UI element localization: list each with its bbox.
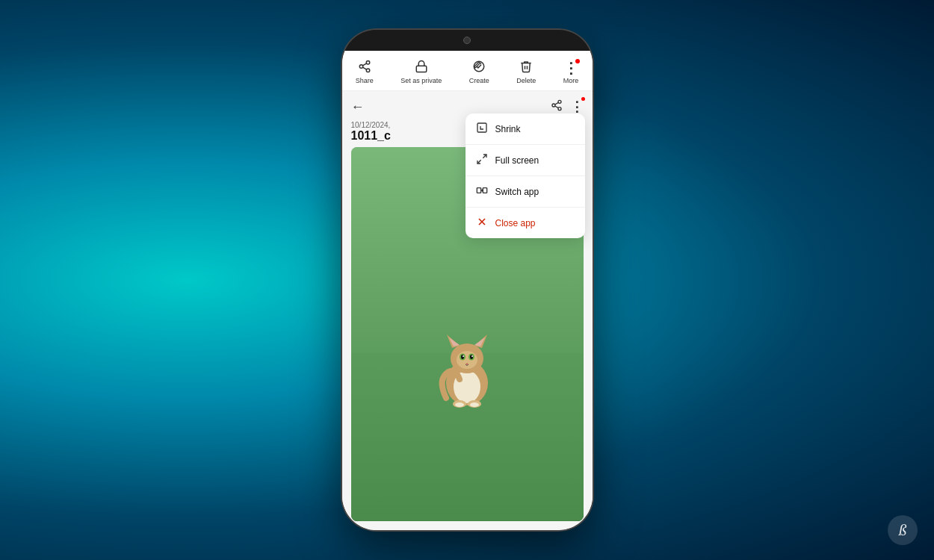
svg-text:ß: ß [898, 520, 907, 539]
svg-rect-5 [416, 66, 427, 72]
header-right-controls: ⋮ [551, 99, 584, 115]
toolbar-delete-label: Delete [516, 77, 536, 84]
dropdown-close-app[interactable]: Close app [466, 208, 585, 238]
dropdown-switch-app[interactable]: Switch app [466, 176, 585, 208]
toolbar-create-label: Create [469, 77, 489, 84]
svg-rect-31 [477, 123, 486, 132]
svg-line-10 [554, 106, 558, 108]
content-area: ← ⋮ 10/12/2024, 101 [342, 91, 593, 530]
more-badge [575, 59, 580, 63]
brand-watermark: ß [886, 514, 919, 547]
shrink-icon [476, 122, 488, 136]
svg-line-33 [477, 160, 481, 164]
svg-point-8 [552, 104, 555, 107]
header-share-icon[interactable] [551, 99, 563, 114]
toolbar-more[interactable]: ⋮ More [559, 57, 584, 87]
svg-point-19 [457, 351, 477, 369]
svg-point-9 [558, 108, 561, 111]
dropdown-full-screen[interactable]: Full screen [466, 145, 585, 176]
svg-line-3 [362, 67, 366, 69]
svg-line-11 [554, 102, 558, 105]
svg-point-24 [463, 355, 464, 357]
cat-image [433, 327, 501, 409]
svg-line-4 [362, 63, 366, 66]
camera-dot [463, 37, 471, 44]
toolbar-more-label: More [563, 77, 579, 84]
svg-rect-34 [477, 188, 480, 193]
toolbar-set-as-private[interactable]: Set as private [396, 57, 446, 87]
svg-point-25 [471, 355, 473, 357]
svg-line-32 [483, 155, 486, 158]
dropdown-shrink-label: Shrink [495, 124, 521, 134]
dropdown-menu: Shrink Full screen [466, 113, 585, 238]
close-icon [476, 216, 488, 230]
svg-point-0 [366, 61, 370, 65]
phone-screen: Share Set as private Cre [342, 51, 593, 530]
delete-icon [519, 60, 533, 75]
back-button[interactable]: ← [351, 99, 365, 115]
dropdown-close-app-label: Close app [495, 218, 536, 228]
lock-icon [415, 60, 428, 75]
switch-app-icon [476, 184, 488, 199]
share-icon [358, 60, 371, 75]
toolbar-delete[interactable]: Delete [512, 57, 540, 87]
dropdown-shrink[interactable]: Shrink [466, 113, 585, 145]
create-icon [472, 60, 486, 75]
phone-frame: Share Set as private Cre [342, 30, 593, 530]
toolbar-create[interactable]: Create [465, 57, 494, 87]
toolbar-share-label: Share [356, 77, 374, 84]
svg-point-23 [470, 355, 473, 359]
fullscreen-icon [476, 153, 488, 167]
dropdown-switch-app-label: Switch app [495, 187, 539, 197]
svg-point-30 [470, 402, 479, 407]
svg-point-7 [558, 100, 561, 103]
toolbar-share[interactable]: Share [351, 57, 378, 87]
toolbar: Share Set as private Cre [342, 51, 593, 91]
dropdown-fullscreen-label: Full screen [495, 155, 539, 166]
header-more-badge [581, 97, 585, 101]
svg-point-1 [359, 65, 363, 69]
svg-point-29 [455, 402, 464, 407]
toolbar-private-label: Set as private [400, 77, 442, 84]
svg-point-22 [461, 355, 464, 359]
svg-point-2 [366, 69, 370, 72]
header-more-icon[interactable]: ⋮ [570, 99, 584, 115]
phone-top-bar [342, 30, 593, 51]
